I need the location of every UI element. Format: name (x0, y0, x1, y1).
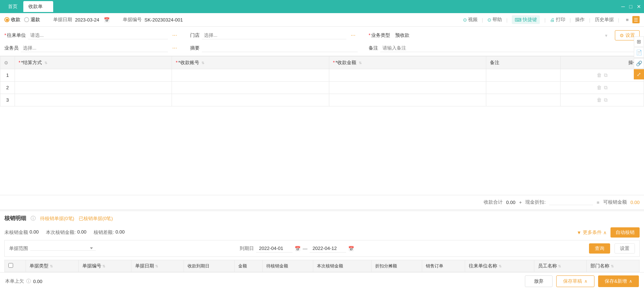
doc-number-value: SK-20230324-001 (145, 17, 183, 23)
sort-docdate-icon[interactable]: ⇅ (155, 264, 158, 268)
due-date-from-input[interactable] (256, 244, 292, 252)
sort-employee-icon[interactable]: ⇅ (558, 264, 561, 268)
nav-tab-home[interactable]: 首页 (3, 1, 23, 12)
doc-range-chevron-icon (90, 247, 93, 249)
row-2-settlement[interactable] (15, 82, 172, 94)
row-3-account[interactable] (172, 94, 329, 106)
row-3-amount[interactable] (329, 94, 486, 106)
close-window-icon[interactable]: ✕ (637, 4, 641, 9)
select-all-checkbox[interactable] (8, 263, 13, 268)
form-row-2: 业务员 ··· 摘要 备注 (4, 44, 640, 52)
maximize-icon[interactable]: □ (629, 4, 632, 9)
sort-icon-amount[interactable]: ⇅ (359, 61, 362, 65)
print-action[interactable]: 🖨 打印 (550, 16, 565, 23)
counterparty-more-btn[interactable]: ··· (170, 32, 179, 39)
verify-info-icon[interactable]: ⓘ (31, 215, 36, 222)
radio-receipt[interactable]: 收款 (4, 16, 20, 23)
sidebar-icon-table[interactable]: ⊞ (634, 36, 644, 47)
chevron-icon: ∧ (603, 230, 607, 235)
radio-refund[interactable]: 退款 (24, 16, 40, 23)
store-more-btn[interactable]: ··· (349, 32, 358, 39)
row-1-remark[interactable] (486, 69, 560, 82)
delete-row-2-icon[interactable]: 🗑 (597, 85, 602, 91)
bottom-col-amount: 金额 (235, 260, 263, 272)
row-2-remark[interactable] (486, 82, 560, 94)
nav-tab-receipt[interactable]: 收款单 × (23, 1, 53, 12)
help-icon: ⊙ (487, 17, 491, 23)
completed-tab[interactable]: 已核销单据(0笔) (79, 215, 113, 222)
col-amount: **收款金额 ⇅ (329, 56, 486, 69)
col-remark: 备注 (486, 56, 560, 69)
filter-icon: ▼ (577, 230, 581, 235)
copy-row-2-icon[interactable]: ⧉ (604, 85, 608, 91)
row-2-account[interactable] (172, 82, 329, 94)
save-draft-button[interactable]: 保存草稿 ∧ (556, 275, 594, 287)
main-content: 收款 退款 单据日期 2023-03-24 📅 单据编号 SK-20230324… (0, 13, 644, 290)
row-3-remark[interactable] (486, 94, 560, 106)
doc-range-dropdown[interactable] (30, 246, 96, 251)
calendar-from-icon[interactable]: 📅 (295, 246, 301, 251)
sort-counterparty-icon[interactable]: ⇅ (499, 264, 502, 268)
bottom-table-section: 单据类型 ⇅ 单据编号 ⇅ 单据日期 ⇅ 收款到期日 金额 (4, 260, 640, 272)
sidebar-icon-expand[interactable]: ⤢ (634, 69, 644, 79)
more-conditions-btn[interactable]: ▼ 更多条件 ∧ (577, 229, 607, 236)
bottom-col-pending: 待核销金额 (263, 260, 313, 272)
calendar-to-icon[interactable]: 📅 (348, 246, 354, 251)
shortcut-action[interactable]: ⌨ 快捷键 (512, 15, 540, 24)
due-date-field: 到期日 📅 — 📅 (240, 244, 354, 252)
row-1-account[interactable] (172, 69, 329, 82)
minimize-icon[interactable]: ─ (621, 4, 625, 9)
agent-more-btn[interactable]: ··· (170, 45, 179, 51)
footer-info-icon[interactable]: ⓘ (26, 278, 31, 285)
pending-tab[interactable]: 待核销单据(0笔) (40, 215, 74, 222)
doc-range-field: 单据范围 (9, 245, 235, 252)
radio-dot-refund (24, 17, 29, 22)
calendar-icon[interactable]: 📅 (104, 17, 110, 23)
sidebar-icon-link[interactable]: 🔗 (634, 58, 644, 68)
row-2-amount[interactable] (329, 82, 486, 94)
row-1-actions: 🗑 ⧉ (560, 69, 644, 82)
available-value: 0.00 (631, 200, 640, 205)
biztype-dropdown-icon[interactable]: ▾ (605, 33, 608, 38)
history-action[interactable]: 历史单据 (595, 16, 614, 23)
sort-doctype-icon[interactable]: ⇅ (50, 264, 53, 268)
bottom-col-current: 本次核销金额 (313, 260, 372, 272)
bottom-col-counterparty: 往来单位名称 ⇅ (465, 260, 534, 272)
row-1-amount[interactable] (329, 69, 486, 82)
summary-input[interactable] (202, 44, 358, 52)
sort-dept-icon[interactable]: ⇅ (611, 264, 614, 268)
sort-icon-account[interactable]: ⇅ (201, 61, 204, 65)
discount-input[interactable] (549, 199, 593, 205)
delete-row-1-icon[interactable]: 🗑 (597, 72, 602, 78)
grid-layout-icon[interactable]: ☰ (632, 16, 640, 23)
remark-field: 备注 (369, 44, 640, 52)
print-icon: 🖨 (550, 17, 555, 23)
sort-docnum-icon[interactable]: ⇅ (102, 264, 105, 268)
filter-settings-button[interactable]: 设置 (614, 243, 635, 254)
verify-stats: 未核销金额 0.00 本次核销金额: 0.00 核销差额: 0.00 (4, 227, 125, 238)
due-date-to-input[interactable] (310, 244, 346, 252)
row-num-2: 2 (0, 82, 15, 94)
operation-action[interactable]: 操作 (575, 16, 585, 23)
remark-input[interactable] (380, 44, 640, 52)
discard-button[interactable]: 放弃 (525, 275, 553, 287)
sort-icon-settlement[interactable]: ⇅ (44, 61, 47, 65)
close-tab-icon[interactable]: × (46, 4, 48, 9)
counterparty-input[interactable] (28, 31, 168, 39)
row-3-settlement[interactable] (15, 94, 172, 106)
query-button[interactable]: 查询 (589, 243, 610, 254)
bottom-col-checkbox (5, 260, 26, 272)
auto-verify-button[interactable]: 自动核销 (610, 227, 640, 238)
video-action[interactable]: ⊙ 视频 (463, 16, 478, 23)
save-new-button[interactable]: 保存&新增 ∧ (598, 275, 639, 287)
copy-row-3-icon[interactable]: ⧉ (604, 97, 608, 103)
list-layout-icon[interactable]: ≡ (624, 16, 631, 23)
copy-row-1-icon[interactable]: ⧉ (604, 72, 608, 78)
help-action[interactable]: ⊙ 帮助 (487, 16, 502, 23)
delete-row-3-icon[interactable]: 🗑 (597, 97, 602, 103)
sidebar-icon-doc[interactable]: 📄 (634, 47, 644, 58)
table-gear-icon[interactable]: ⚙ (4, 60, 8, 66)
row-1-settlement[interactable] (15, 69, 172, 82)
agent-input[interactable] (21, 44, 168, 52)
store-input[interactable] (202, 31, 346, 39)
